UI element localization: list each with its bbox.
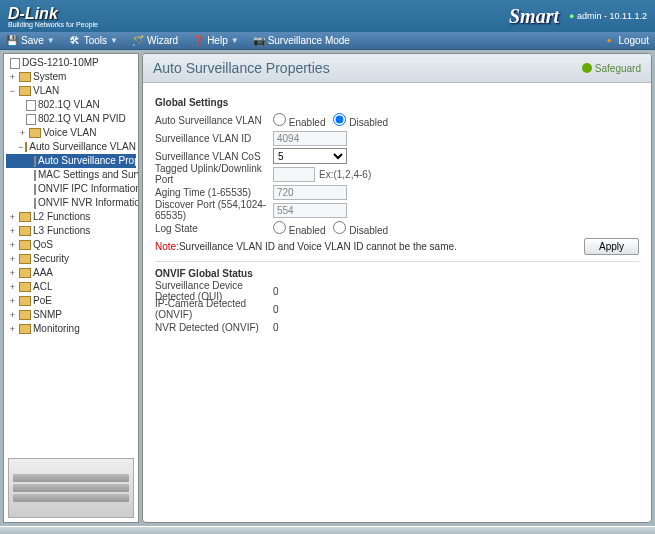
folder-icon bbox=[19, 254, 31, 264]
tree-security[interactable]: +Security bbox=[6, 252, 136, 266]
content-body: Global Settings Auto Surveillance VLAN E… bbox=[143, 83, 651, 344]
tree-auto-surv-vlan[interactable]: −Auto Surveillance VLAN bbox=[6, 140, 136, 154]
save-menu[interactable]: 💾 Save ▼ bbox=[6, 35, 55, 47]
tree-poe[interactable]: +PoE bbox=[6, 294, 136, 308]
device-icon bbox=[10, 58, 20, 69]
device-image bbox=[8, 458, 134, 518]
folder-icon bbox=[19, 310, 31, 320]
svid-label: Surveillance VLAN ID bbox=[155, 133, 273, 144]
global-settings-heading: Global Settings bbox=[155, 97, 639, 108]
onvif-ipc-label: IP-Camera Detected (ONVIF) bbox=[155, 298, 273, 320]
tree-8021q-vlan[interactable]: 802.1Q VLAN bbox=[6, 98, 136, 112]
tree-8021q-pvid[interactable]: 802.1Q VLAN PVID bbox=[6, 112, 136, 126]
doc-icon bbox=[34, 170, 36, 181]
note-label: Note: bbox=[155, 241, 179, 252]
tree-system[interactable]: +System bbox=[6, 70, 136, 84]
logout-icon: 🔸 bbox=[603, 35, 615, 47]
folder-icon bbox=[25, 142, 27, 152]
folder-icon bbox=[19, 268, 31, 278]
chevron-down-icon: ▼ bbox=[110, 36, 118, 45]
admin-label: admin - 10.11.1.2 bbox=[577, 11, 647, 21]
svcos-label: Surveillance VLAN CoS bbox=[155, 151, 273, 162]
tree-vlan[interactable]: −VLAN bbox=[6, 84, 136, 98]
folder-icon bbox=[19, 226, 31, 236]
safeguard-label: Safeguard bbox=[595, 63, 641, 74]
folder-icon bbox=[19, 212, 31, 222]
tagged-example: Ex:(1,2,4-6) bbox=[319, 169, 371, 180]
safeguard-badge: Safeguard bbox=[582, 63, 641, 74]
folder-icon bbox=[19, 296, 31, 306]
logo-area: D-Link Building Networks for People bbox=[8, 5, 98, 28]
tools-menu[interactable]: 🛠 Tools ▼ bbox=[69, 35, 118, 47]
sidebar: DGS-1210-10MP +System −VLAN 802.1Q VLAN … bbox=[3, 53, 139, 523]
content-panel: Auto Surveillance Properties Safeguard G… bbox=[142, 53, 652, 523]
tree-l2[interactable]: +L2 Functions bbox=[6, 210, 136, 224]
aging-label: Aging Time (1-65535) bbox=[155, 187, 273, 198]
folder-icon bbox=[19, 324, 31, 334]
log-disabled-radio[interactable]: Disabled bbox=[333, 221, 388, 236]
logout-label: Logout bbox=[618, 35, 649, 46]
onvif-nvr-value: 0 bbox=[273, 322, 279, 333]
toolbar: 💾 Save ▼ 🛠 Tools ▼ 🪄 Wizard ❓ Help ▼ 📷 S… bbox=[0, 32, 655, 50]
logstate-label: Log State bbox=[155, 223, 273, 234]
tree-acl[interactable]: +ACL bbox=[6, 280, 136, 294]
discover-label: Discover Port (554,1024-65535) bbox=[155, 199, 273, 221]
folder-icon bbox=[29, 128, 41, 138]
smart-logo: Smart bbox=[509, 5, 559, 28]
wizard-button[interactable]: 🪄 Wizard bbox=[132, 35, 178, 47]
help-menu[interactable]: ❓ Help ▼ bbox=[192, 35, 239, 47]
doc-icon bbox=[34, 156, 36, 167]
tree-voice-vlan[interactable]: +Voice VLAN bbox=[6, 126, 136, 140]
doc-icon bbox=[34, 184, 36, 195]
onvif-status-heading: ONVIF Global Status bbox=[155, 268, 639, 279]
app-header: D-Link Building Networks for People Smar… bbox=[0, 0, 655, 32]
aging-input[interactable] bbox=[273, 185, 347, 200]
footer-bar bbox=[0, 526, 655, 534]
tree-qos[interactable]: +QoS bbox=[6, 238, 136, 252]
nav-tree: DGS-1210-10MP +System −VLAN 802.1Q VLAN … bbox=[4, 54, 138, 338]
brand-tagline: Building Networks for People bbox=[8, 21, 98, 28]
wizard-icon: 🪄 bbox=[132, 35, 144, 47]
apply-button[interactable]: Apply bbox=[584, 238, 639, 255]
chevron-down-icon: ▼ bbox=[231, 36, 239, 45]
tree-auto-surv-properties[interactable]: Auto Surveillance Properties bbox=[6, 154, 136, 168]
surv-mode-label: Surveillance Mode bbox=[268, 35, 350, 46]
surveillance-mode-button[interactable]: 📷 Surveillance Mode bbox=[253, 35, 350, 47]
help-icon: ❓ bbox=[192, 35, 204, 47]
folder-icon bbox=[19, 72, 31, 82]
safeguard-icon bbox=[582, 63, 592, 73]
asv-disabled-radio[interactable]: Disabled bbox=[333, 113, 388, 128]
folder-icon bbox=[19, 86, 31, 96]
tree-l3[interactable]: +L3 Functions bbox=[6, 224, 136, 238]
tree-aaa[interactable]: +AAA bbox=[6, 266, 136, 280]
tree-snmp[interactable]: +SNMP bbox=[6, 308, 136, 322]
onvif-nvr-label: NVR Detected (ONVIF) bbox=[155, 322, 273, 333]
doc-icon bbox=[26, 114, 36, 125]
doc-icon bbox=[34, 198, 36, 209]
logout-button[interactable]: 🔸 Logout bbox=[603, 35, 649, 47]
asv-enabled-radio[interactable]: Enabled bbox=[273, 113, 325, 128]
svid-input[interactable] bbox=[273, 131, 347, 146]
tagged-input[interactable] bbox=[273, 167, 315, 182]
camera-icon: 📷 bbox=[253, 35, 265, 47]
status-dot-icon: ● bbox=[569, 11, 574, 21]
main-area: DGS-1210-10MP +System −VLAN 802.1Q VLAN … bbox=[0, 50, 655, 526]
tools-icon: 🛠 bbox=[69, 35, 81, 47]
tools-label: Tools bbox=[84, 35, 107, 46]
doc-icon bbox=[26, 100, 36, 111]
page-title: Auto Surveillance Properties bbox=[153, 60, 330, 76]
tree-root[interactable]: DGS-1210-10MP bbox=[6, 56, 136, 70]
note-text: Note:Surveillance VLAN ID and Voice VLAN… bbox=[155, 241, 639, 252]
tree-mac-settings[interactable]: MAC Settings and Surveilla bbox=[6, 168, 136, 182]
chevron-down-icon: ▼ bbox=[47, 36, 55, 45]
folder-icon bbox=[19, 240, 31, 250]
log-enabled-radio[interactable]: Enabled bbox=[273, 221, 325, 236]
wizard-label: Wizard bbox=[147, 35, 178, 46]
tree-onvif-nvr[interactable]: ONVIF NVR Information bbox=[6, 196, 136, 210]
discover-input[interactable] bbox=[273, 203, 347, 218]
tagged-label: Tagged Uplink/Downlink Port bbox=[155, 163, 273, 185]
tree-onvif-ipc[interactable]: ONVIF IPC Information bbox=[6, 182, 136, 196]
folder-icon bbox=[19, 282, 31, 292]
tree-monitoring[interactable]: +Monitoring bbox=[6, 322, 136, 336]
svcos-select[interactable]: 5 bbox=[273, 148, 347, 164]
